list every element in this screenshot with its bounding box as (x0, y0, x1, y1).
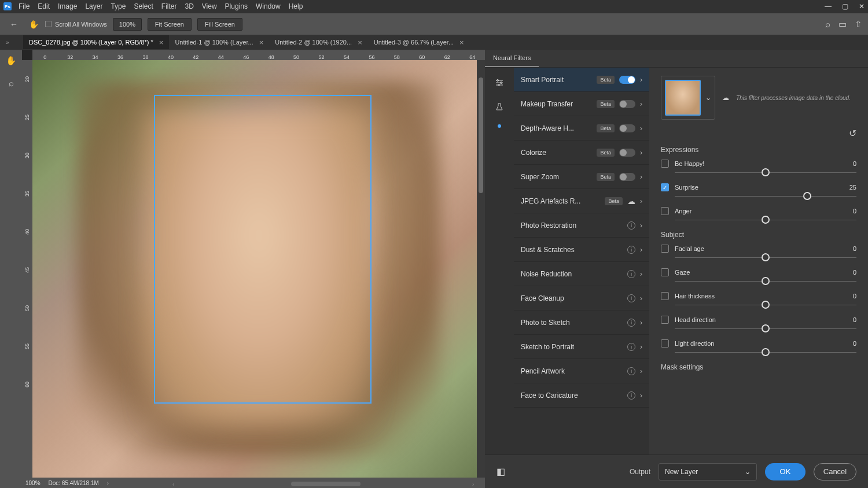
menu-file[interactable]: File (19, 2, 30, 10)
filter-row[interactable]: Noise Reductioni› (514, 262, 649, 286)
slider-track[interactable] (675, 196, 856, 197)
slider-thumb[interactable] (803, 192, 811, 200)
filter-row[interactable]: Sketch to Portraiti› (514, 335, 649, 359)
fit-screen-button[interactable]: Fit Screen (148, 18, 192, 31)
slider-thumb[interactable] (762, 168, 770, 176)
filter-toggle[interactable] (619, 76, 635, 84)
output-select[interactable]: New Layer ⌄ (659, 463, 757, 480)
minimize-icon[interactable]: — (825, 2, 832, 10)
hand-tool-icon[interactable]: ✋ (28, 19, 39, 30)
info-icon[interactable]: i (627, 246, 635, 254)
info-icon[interactable]: i (627, 343, 635, 351)
slider-thumb[interactable] (762, 324, 770, 332)
slider-thumb[interactable] (762, 348, 770, 356)
filter-toggle[interactable] (619, 100, 635, 108)
menu-window[interactable]: Window (256, 2, 281, 10)
workspace-icon[interactable]: ▭ (838, 19, 847, 29)
close-tab-icon[interactable]: × (259, 38, 264, 47)
chevron-down-icon[interactable]: ⌄ (705, 94, 711, 102)
info-icon[interactable]: i (627, 294, 635, 302)
filter-toggle[interactable] (619, 173, 635, 181)
slider-checkbox[interactable] (661, 268, 669, 276)
reset-icon[interactable]: ↺ (849, 128, 856, 138)
menu-plugins[interactable]: Plugins (225, 2, 248, 10)
document-tab[interactable]: Untitled-3 @ 66.7% (Layer...× (368, 35, 470, 49)
document-tab[interactable]: DSC_0278.jpg @ 100% (Layer 0, RGB/8*) *× (23, 35, 169, 49)
filter-row[interactable]: Pencil Artworki› (514, 359, 649, 383)
filter-row[interactable]: Makeup TransferBeta› (514, 92, 649, 116)
slider-track[interactable] (675, 257, 856, 258)
cloud-download-icon[interactable]: ☁ (627, 197, 635, 206)
face-selection-box[interactable] (154, 95, 372, 404)
status-chevron-icon[interactable]: › (107, 480, 109, 486)
face-thumbnail[interactable] (665, 80, 701, 116)
neural-filters-tab[interactable]: Neural Filters (485, 50, 539, 67)
slider-checkbox[interactable] (661, 160, 669, 168)
menu-layer[interactable]: Layer (85, 2, 102, 10)
slider-track[interactable] (675, 220, 856, 220)
slider-checkbox[interactable] (661, 207, 669, 215)
filter-row[interactable]: JPEG Artefacts R...Beta☁› (514, 189, 649, 213)
hand-tool[interactable]: ✋ (2, 52, 20, 69)
filter-row[interactable]: Dust & Scratchesi› (514, 238, 649, 262)
filter-toggle[interactable] (619, 124, 635, 132)
share-icon[interactable]: ⇧ (855, 19, 862, 29)
slider-thumb[interactable] (762, 277, 770, 285)
filter-row[interactable]: Face to Caricaturei› (514, 383, 649, 408)
maximize-icon[interactable]: ▢ (842, 2, 848, 10)
filter-row[interactable]: Photo Restorationi› (514, 213, 649, 238)
fill-screen-button[interactable]: Fill Screen (197, 18, 242, 31)
close-tab-icon[interactable]: × (459, 38, 464, 47)
slider-checkbox[interactable] (661, 292, 669, 300)
horizontal-scrollbar[interactable] (172, 480, 479, 488)
vertical-scrollbar[interactable] (477, 60, 485, 478)
filter-row[interactable]: Photo to Sketchi› (514, 310, 649, 335)
info-icon[interactable]: i (627, 319, 635, 327)
filter-row[interactable]: Smart PortraitBeta› (514, 68, 649, 92)
ok-button[interactable]: OK (765, 463, 806, 480)
slider-checkbox[interactable] (661, 316, 669, 324)
status-zoom[interactable]: 100% (25, 480, 41, 486)
scroll-all-checkbox[interactable]: Scroll All Windows (45, 21, 107, 28)
slider-track[interactable] (675, 172, 856, 173)
menu-edit[interactable]: Edit (38, 2, 50, 10)
document-tab[interactable]: Untitled-2 @ 100% (1920...× (269, 35, 367, 49)
close-icon[interactable]: ✕ (859, 2, 865, 10)
info-icon[interactable]: i (627, 221, 635, 230)
slider-checkbox[interactable] (661, 245, 669, 253)
close-tab-icon[interactable]: × (358, 38, 362, 47)
info-icon[interactable]: i (627, 270, 635, 278)
menu-type[interactable]: Type (111, 2, 126, 10)
slider-track[interactable] (675, 281, 856, 282)
beaker-icon[interactable] (492, 100, 506, 114)
filter-row[interactable]: Depth-Aware H...Beta› (514, 116, 649, 141)
info-icon[interactable]: i (627, 367, 635, 375)
slider-thumb[interactable] (762, 253, 770, 261)
close-tab-icon[interactable]: × (159, 38, 164, 47)
back-button[interactable]: ← (6, 16, 22, 32)
layer-mask-icon[interactable]: ◧ (496, 466, 505, 477)
slider-track[interactable] (675, 305, 856, 305)
menu-view[interactable]: View (202, 2, 217, 10)
slider-track[interactable] (675, 352, 856, 353)
menu-image[interactable]: Image (58, 2, 77, 10)
filter-toggle[interactable] (619, 149, 635, 157)
info-icon[interactable]: i (627, 391, 635, 400)
zoom-input[interactable]: 100% (113, 18, 142, 31)
menu-select[interactable]: Select (134, 2, 153, 10)
filter-row[interactable]: Face Cleanupi› (514, 286, 649, 310)
document-tab[interactable]: Untitled-1 @ 100% (Layer...× (169, 35, 269, 49)
menu-filter[interactable]: Filter (161, 2, 177, 10)
filter-row[interactable]: ColorizeBeta› (514, 141, 649, 165)
slider-thumb[interactable] (762, 216, 770, 224)
slider-checkbox[interactable] (661, 339, 669, 347)
cancel-button[interactable]: Cancel (814, 463, 856, 480)
menu-help[interactable]: Help (289, 2, 303, 10)
filter-row[interactable]: Super ZoomBeta› (514, 165, 649, 189)
slider-checkbox[interactable] (661, 183, 669, 191)
search-icon[interactable]: ⌕ (825, 19, 830, 29)
sliders-icon[interactable] (492, 76, 506, 90)
slider-thumb[interactable] (762, 301, 770, 309)
canvas-image[interactable] (32, 60, 485, 478)
slider-track[interactable] (675, 328, 856, 329)
